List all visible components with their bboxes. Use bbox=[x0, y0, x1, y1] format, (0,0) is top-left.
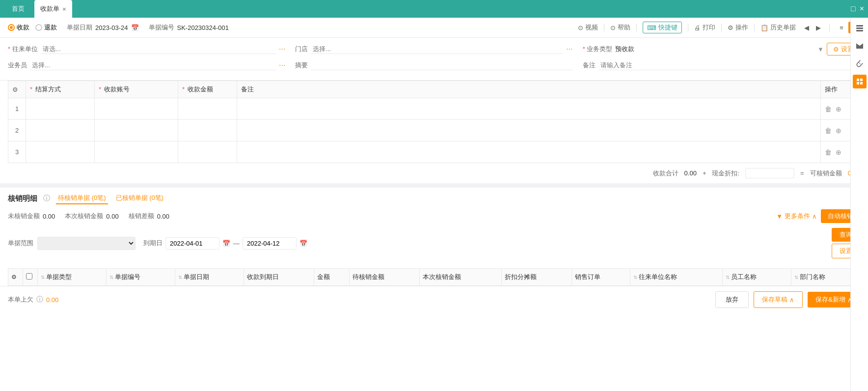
radio-refund-label: 退款 bbox=[44, 23, 57, 32]
bottom-th-discount: 折扣分摊额 bbox=[501, 269, 571, 286]
row-1-payment[interactable] bbox=[26, 98, 95, 120]
salesperson-input[interactable] bbox=[30, 60, 276, 70]
writeoff-info-icon[interactable]: ⓘ bbox=[43, 194, 50, 203]
row-1-amount[interactable] bbox=[178, 98, 237, 120]
row-2-copy-icon[interactable]: ⊕ bbox=[836, 127, 841, 135]
row-3-delete-icon[interactable]: 🗑 bbox=[825, 148, 832, 156]
history-label: 历史单据 bbox=[770, 23, 796, 32]
bottom-th-amount: 金额 bbox=[314, 269, 350, 286]
from-unit-input[interactable] bbox=[41, 44, 276, 54]
summary-input[interactable] bbox=[311, 60, 572, 70]
from-unit-more-btn[interactable]: ··· bbox=[279, 45, 285, 53]
tab-receipt-label: 收款单 bbox=[40, 4, 59, 13]
business-type-field: 业务类型 预收款 ▼ ⚙ 设置 bbox=[583, 43, 860, 56]
row-1-account[interactable] bbox=[95, 98, 178, 120]
row-2-amount[interactable] bbox=[178, 120, 237, 141]
th-remark: 备注 bbox=[237, 81, 821, 98]
store-more-btn[interactable]: ··· bbox=[566, 45, 572, 53]
row-2-payment[interactable] bbox=[26, 120, 95, 141]
radio-refund[interactable]: 退款 bbox=[35, 23, 57, 32]
bottom-col-0-label: 单据类型 bbox=[46, 273, 72, 280]
doc-range-select[interactable] bbox=[37, 237, 136, 250]
video-btn[interactable]: ⊙ 视频 bbox=[578, 23, 598, 32]
select-all-checkbox[interactable] bbox=[26, 273, 32, 279]
number-value[interactable]: SK-20230324-001 bbox=[177, 24, 229, 31]
maximize-icon[interactable]: □ bbox=[851, 4, 856, 13]
th-account: * 收款账号 bbox=[95, 81, 178, 98]
pending-tab[interactable]: 待核销单据 (0笔) bbox=[56, 193, 108, 204]
table-settings-gear-icon[interactable]: ⚙ bbox=[12, 86, 18, 93]
save-new-label: 保存&新增 bbox=[815, 295, 845, 304]
row-3-remark[interactable] bbox=[237, 141, 821, 163]
abandon-btn[interactable]: 放弃 bbox=[715, 291, 749, 308]
sidebar-screen-icon[interactable] bbox=[853, 75, 867, 88]
business-type-dropdown-icon[interactable]: ▼ bbox=[817, 46, 824, 53]
row-1-remark[interactable] bbox=[237, 98, 821, 120]
total-value: 0.00 bbox=[684, 169, 697, 177]
video-label: 视频 bbox=[585, 23, 598, 32]
row-1-delete-icon[interactable]: 🗑 bbox=[825, 105, 832, 113]
bottom-th-doc-number: ⇅ 单据编号 bbox=[107, 269, 175, 286]
prev-btn[interactable]: ◀ bbox=[802, 23, 812, 32]
sidebar-mail-icon[interactable] bbox=[853, 39, 867, 53]
writeoff-header: 核销明细 ⓘ 待核销单据 (0笔) 已核销单据 (0笔) bbox=[8, 193, 860, 204]
row-2-remark[interactable] bbox=[237, 120, 821, 141]
bottom-col-10-label: 员工名称 bbox=[731, 273, 757, 280]
row-3-copy-icon[interactable]: ⊕ bbox=[836, 148, 841, 156]
unwriteoff-label: 未核销金额 bbox=[8, 212, 40, 221]
toolbar-right: ⊙ 视频 ⊙ 帮助 ⌨ 快捷键 🖨 打印 ⚙ 操作 bbox=[578, 22, 860, 33]
divider-2 bbox=[636, 24, 637, 31]
remark-label: 备注 bbox=[583, 61, 596, 70]
date-from-input[interactable] bbox=[165, 237, 219, 250]
number-field: 单据编号 SK-20230324-001 bbox=[149, 23, 229, 32]
row-2-account[interactable] bbox=[95, 120, 178, 141]
salesperson-field: 业务员 ··· bbox=[8, 60, 285, 70]
row-3-account[interactable] bbox=[95, 141, 178, 163]
date-label: 单据日期 bbox=[67, 23, 92, 32]
tab-home[interactable]: 首页 bbox=[4, 0, 32, 18]
discount-input[interactable] bbox=[745, 168, 794, 178]
sidebar-attachment-icon[interactable] bbox=[853, 57, 867, 71]
row-2-num: 2 bbox=[8, 120, 26, 141]
footer-info-icon[interactable]: ⓘ bbox=[36, 295, 43, 304]
save-draft-btn[interactable]: 保存草稿 ∧ bbox=[754, 291, 803, 308]
help-btn[interactable]: ⊙ 帮助 bbox=[610, 23, 630, 32]
row-3-payment[interactable] bbox=[26, 141, 95, 163]
filter-icon: ▼ bbox=[776, 213, 783, 220]
remark-input[interactable] bbox=[598, 60, 860, 70]
th-settings[interactable]: ⚙ bbox=[8, 81, 26, 98]
print-btn[interactable]: 🖨 打印 bbox=[694, 23, 715, 32]
radio-receipt-circle bbox=[8, 24, 15, 31]
bottom-th-checkbox[interactable] bbox=[23, 269, 38, 286]
doc-range-field: 单据范围 bbox=[8, 237, 136, 250]
nav-arrows: ◀ ▶ bbox=[802, 23, 823, 32]
calendar-from-icon[interactable]: 📅 bbox=[222, 240, 230, 247]
shortcut-btn[interactable]: ⌨ 快捷键 bbox=[643, 22, 682, 33]
radio-receipt[interactable]: 收款 bbox=[8, 23, 29, 32]
done-tab[interactable]: 已核销单据 (0笔) bbox=[114, 193, 166, 204]
more-filter-btn[interactable]: ▼ 更多条件 ∧ bbox=[776, 212, 817, 221]
store-input[interactable] bbox=[311, 44, 563, 54]
calendar-icon[interactable]: 📅 bbox=[131, 24, 139, 31]
footer: 本单上欠 ⓘ 0.00 放弃 保存草稿 ∧ 保存&新增 ∧ bbox=[0, 286, 868, 313]
th-remark-label: 备注 bbox=[241, 85, 254, 93]
total-label: 收款合计 bbox=[653, 169, 678, 178]
bottom-th-settings[interactable]: ⚙ bbox=[8, 269, 23, 286]
row-3-amount[interactable] bbox=[178, 141, 237, 163]
salesperson-more-btn[interactable]: ··· bbox=[279, 61, 285, 69]
date-value[interactable]: 2023-03-24 bbox=[95, 24, 128, 31]
tab-receipt-active[interactable]: 收款单 × bbox=[34, 0, 72, 18]
close-window-icon[interactable]: × bbox=[860, 4, 864, 13]
list-view-btn[interactable]: ≡ bbox=[836, 22, 847, 33]
salesperson-label: 业务员 bbox=[8, 61, 27, 70]
operation-btn[interactable]: ⚙ 操作 bbox=[728, 23, 748, 32]
calendar-to-icon[interactable]: 📅 bbox=[299, 240, 307, 247]
history-btn[interactable]: 📋 历史单据 bbox=[760, 23, 796, 32]
tab-close-icon[interactable]: × bbox=[62, 5, 66, 13]
row-2-delete-icon[interactable]: 🗑 bbox=[825, 127, 832, 135]
done-tab-label: 已核销单据 bbox=[116, 194, 148, 201]
next-btn[interactable]: ▶ bbox=[814, 23, 823, 32]
row-1-copy-icon[interactable]: ⊕ bbox=[836, 105, 841, 113]
sidebar-table-icon[interactable] bbox=[853, 22, 867, 35]
date-to-input[interactable] bbox=[243, 237, 297, 250]
